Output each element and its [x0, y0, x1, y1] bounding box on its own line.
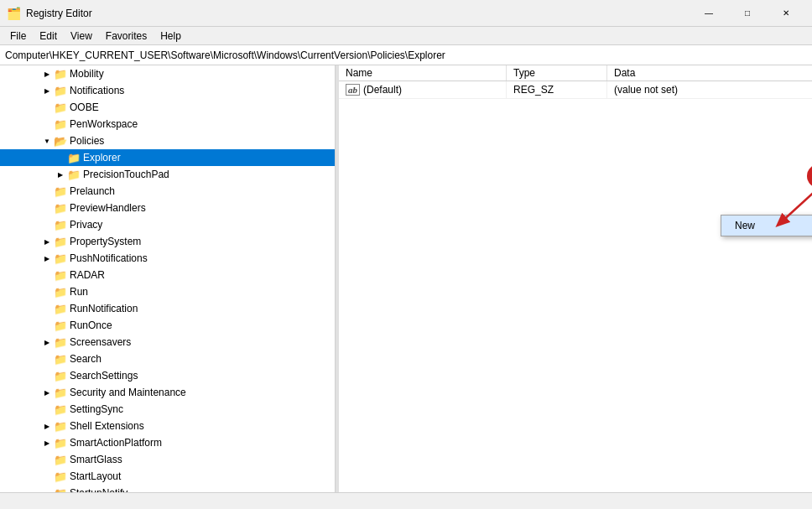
- folder-icon: 📁: [54, 286, 67, 299]
- tree-item-explorer[interactable]: ▶ 📁 Explorer: [0, 149, 335, 166]
- right-panel: Name Type Data ab (Default) REG_SZ (valu…: [339, 65, 812, 492]
- tree-item-runnotification[interactable]: ▶ 📁 RunNotification: [0, 300, 335, 317]
- expand-propertysystem[interactable]: ▶: [40, 233, 54, 250]
- expand-shellext[interactable]: ▶: [40, 418, 54, 434]
- tree-item-settingsync[interactable]: ▶ 📁 SettingSync: [0, 401, 335, 418]
- folder-icon: 📁: [54, 68, 67, 81]
- maximize-button[interactable]: □: [728, 0, 767, 27]
- expand-policies[interactable]: ▼: [40, 132, 54, 149]
- folder-icon: 📁: [54, 202, 67, 215]
- cell-data-default: (value not set): [607, 81, 812, 98]
- folder-icon: 📁: [54, 118, 67, 131]
- titlebar: 🗂️ Registry Editor — □ ✕: [0, 0, 812, 27]
- menu-edit[interactable]: Edit: [33, 29, 64, 44]
- tree-item-privacy[interactable]: ▶ 📁 Privacy: [0, 216, 335, 233]
- table-header: Name Type Data: [339, 65, 812, 81]
- tree-item-oobe[interactable]: ▶ 📁 OOBE: [0, 99, 335, 116]
- tree-item-startlayout[interactable]: ▶ 📁 StartLayout: [0, 468, 335, 485]
- expand-pushnotifications[interactable]: ▶: [40, 250, 54, 267]
- expand-sap[interactable]: ▶: [40, 434, 54, 451]
- tree-item-smartactionplatform[interactable]: ▶ 📁 SmartActionPlatform: [0, 434, 335, 451]
- folder-icon: 📁: [54, 303, 67, 315]
- addressbar: Computer\HKEY_CURRENT_USER\Software\Micr…: [0, 45, 812, 65]
- expand-security[interactable]: ▶: [40, 384, 54, 401]
- main-layout: ▶ 📁 Mobility ▶ 📁 Notifications ▶ 📁 OOBE …: [0, 65, 812, 492]
- ctx-item-new[interactable]: New ▶: [721, 216, 812, 236]
- folder-icon: 📁: [54, 252, 67, 265]
- tree-item-precisiontouchpad[interactable]: ▶ 📁 PrecisionTouchPad: [0, 166, 335, 183]
- titlebar-controls: — □ ✕: [690, 0, 805, 27]
- expand-screensavers[interactable]: ▶: [40, 334, 54, 351]
- tree-item-previewhandlers[interactable]: ▶ 📁 PreviewHandlers: [0, 200, 335, 216]
- col-header-type: Type: [507, 65, 607, 81]
- tree-item-runonce[interactable]: ▶ 📁 RunOnce: [0, 317, 335, 334]
- tree-item-startupnotify[interactable]: ▶ 📁 StartupNotify: [0, 485, 335, 492]
- folder-icon: 📁: [54, 487, 67, 493]
- name-value: (Default): [363, 84, 402, 96]
- close-button[interactable]: ✕: [767, 0, 805, 27]
- folder-icon: 📁: [54, 387, 67, 399]
- folder-icon: 📁: [54, 101, 67, 114]
- tree-item-penworkspace[interactable]: ▶ 📁 PenWorkspace: [0, 116, 335, 132]
- app-title: Registry Editor: [26, 8, 92, 19]
- ctx-new-label: New: [735, 220, 755, 231]
- menu-help[interactable]: Help: [154, 29, 188, 44]
- tree-item-run[interactable]: ▶ 📁 Run: [0, 283, 335, 300]
- tree-item-propertysystem[interactable]: ▶ 📁 PropertySystem: [0, 233, 335, 250]
- folder-icon: 📁: [54, 437, 67, 449]
- cell-type-default: REG_SZ: [507, 81, 607, 98]
- folder-icon-open: 📂: [54, 135, 67, 148]
- folder-icon: 📁: [54, 319, 67, 332]
- folder-icon: 📁: [54, 420, 67, 433]
- ab-icon: ab: [346, 84, 360, 96]
- titlebar-left: 🗂️ Registry Editor: [7, 7, 92, 20]
- folder-icon: 📁: [54, 219, 67, 231]
- folder-icon: 📁: [54, 269, 67, 282]
- menu-favorites[interactable]: Favorites: [99, 29, 154, 44]
- folder-icon: 📁: [54, 185, 67, 198]
- folder-icon: 📁: [54, 353, 67, 366]
- col-header-name: Name: [339, 65, 507, 81]
- tree-item-notifications[interactable]: ▶ 📁 Notifications: [0, 82, 335, 99]
- table-row-default[interactable]: ab (Default) REG_SZ (value not set): [339, 81, 812, 99]
- folder-icon: 📁: [54, 454, 67, 466]
- app-icon: 🗂️: [7, 7, 21, 20]
- tree-item-shellextensions[interactable]: ▶ 📁 Shell Extensions: [0, 418, 335, 434]
- cell-name-default: ab (Default): [339, 81, 507, 98]
- tree-item-security[interactable]: ▶ 📁 Security and Maintenance: [0, 384, 335, 401]
- tree-item-mobility[interactable]: ▶ 📁 Mobility: [0, 65, 335, 82]
- tree-item-pushnotifications[interactable]: ▶ 📁 PushNotifications: [0, 250, 335, 267]
- tree-item-searchsettings[interactable]: ▶ 📁 SearchSettings: [0, 367, 335, 384]
- menu-view[interactable]: View: [64, 29, 99, 44]
- tree-panel[interactable]: ▶ 📁 Mobility ▶ 📁 Notifications ▶ 📁 OOBE …: [0, 65, 336, 492]
- arrow-2: [339, 65, 812, 325]
- folder-icon: 📁: [54, 85, 67, 97]
- folder-icon: 📁: [54, 370, 67, 382]
- col-header-data: Data: [607, 65, 812, 81]
- tree-item-prelaunch[interactable]: ▶ 📁 Prelaunch: [0, 183, 335, 200]
- context-menu[interactable]: New ▶: [721, 215, 812, 236]
- folder-icon: 📁: [54, 470, 67, 483]
- tree-item-smartglass[interactable]: ▶ 📁 SmartGlass: [0, 451, 335, 468]
- expand-ptpad[interactable]: ▶: [54, 166, 67, 183]
- minimize-button[interactable]: —: [690, 0, 728, 27]
- folder-icon-selected: 📁: [67, 152, 81, 164]
- tree-item-screensavers[interactable]: ▶ 📁 Screensavers: [0, 334, 335, 351]
- tree-item-search[interactable]: ▶ 📁 Search: [0, 351, 335, 367]
- folder-icon: 📁: [54, 403, 67, 416]
- tree-item-radar[interactable]: ▶ 📁 RADAR: [0, 267, 335, 283]
- menu-file[interactable]: File: [3, 29, 33, 44]
- tree-item-policies[interactable]: ▼ 📂 Policies: [0, 132, 335, 149]
- folder-icon: 📁: [67, 169, 81, 181]
- folder-icon: 📁: [54, 336, 67, 349]
- menubar: File Edit View Favorites Help: [0, 27, 812, 45]
- annotation-1: 1: [807, 164, 812, 188]
- statusbar: [0, 492, 812, 509]
- folder-icon: 📁: [54, 236, 67, 248]
- expand-mobility[interactable]: ▶: [40, 65, 54, 82]
- address-path: Computer\HKEY_CURRENT_USER\Software\Micr…: [5, 49, 445, 61]
- expand-notifications[interactable]: ▶: [40, 82, 54, 99]
